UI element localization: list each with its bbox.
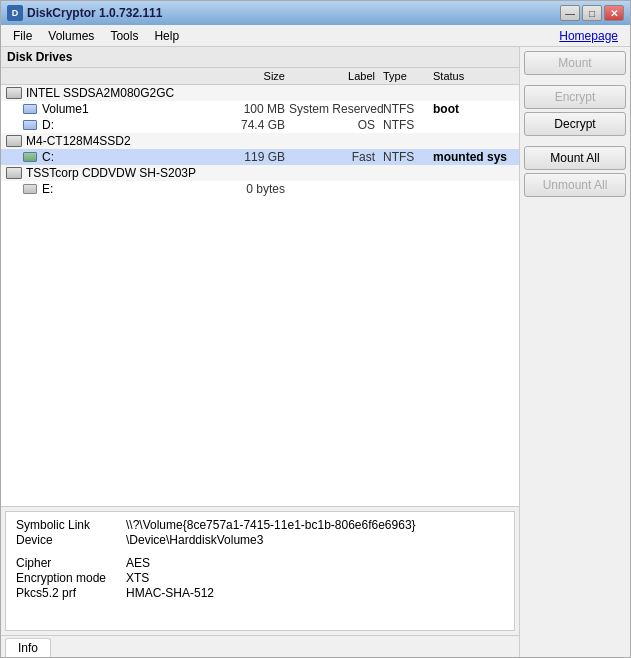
- right-panel: Mount Encrypt Decrypt Mount All Unmount …: [520, 47, 630, 657]
- cipher-label: Cipher: [16, 556, 126, 570]
- partition-label-d: OS: [289, 118, 379, 132]
- app-icon: D: [7, 5, 23, 21]
- column-headers: Size Label Type Status: [1, 68, 519, 85]
- unmount-all-button[interactable]: Unmount All: [524, 173, 626, 197]
- device-label: Device: [16, 533, 126, 547]
- partition-c[interactable]: C: 119 GB Fast NTFS mounted sys: [1, 149, 519, 165]
- window-controls: — □ ✕: [560, 5, 624, 21]
- col-label-header: Label: [289, 70, 379, 82]
- partition-icon-d: [21, 118, 39, 132]
- disk-icon-tsstcorp: [5, 166, 23, 180]
- main-window: D DiskCryptor 1.0.732.111 — □ ✕ File Vol…: [0, 0, 631, 658]
- btn-spacer-1: [524, 78, 626, 82]
- disk-name-tsstcorp: TSSTcorp CDDVDW SH-S203P: [23, 166, 519, 180]
- partition-e[interactable]: E: 0 bytes: [1, 181, 519, 197]
- menu-volumes[interactable]: Volumes: [40, 27, 102, 45]
- col-name-header: [1, 70, 219, 82]
- pkcs-label: Pkcs5.2 prf: [16, 586, 126, 600]
- partition-type-volume1: NTFS: [379, 102, 429, 116]
- partition-size-d: 74.4 GB: [219, 118, 289, 132]
- info-row-symbolic-link: Symbolic Link \\?\Volume{8ce757a1-7415-1…: [16, 518, 504, 532]
- info-row-cipher: Cipher AES: [16, 556, 504, 570]
- encryption-mode-label: Encryption mode: [16, 571, 126, 585]
- partition-size-e: 0 bytes: [219, 182, 289, 196]
- partition-name-d: D:: [39, 118, 219, 132]
- partition-name-c: C:: [39, 150, 219, 164]
- info-row-device: Device \Device\HarddiskVolume3: [16, 533, 504, 547]
- btn-spacer-2: [524, 139, 626, 143]
- window-title: DiskCryptor 1.0.732.111: [27, 6, 556, 20]
- cipher-value: AES: [126, 556, 150, 570]
- tab-bar: Info: [1, 635, 519, 657]
- disk-item-m4[interactable]: M4-CT128M4SSD2: [1, 133, 519, 149]
- title-bar: D DiskCryptor 1.0.732.111 — □ ✕: [1, 1, 630, 25]
- menu-help[interactable]: Help: [146, 27, 187, 45]
- disk-icon-intel: [5, 86, 23, 100]
- disk-item-tsstcorp[interactable]: TSSTcorp CDDVDW SH-S203P: [1, 165, 519, 181]
- disk-icon-m4: [5, 134, 23, 148]
- disk-name-intel: INTEL SSDSA2M080G2GC: [23, 86, 519, 100]
- maximize-button[interactable]: □: [582, 5, 602, 21]
- info-row-pkcs: Pkcs5.2 prf HMAC-SHA-512: [16, 586, 504, 600]
- decrypt-button[interactable]: Decrypt: [524, 112, 626, 136]
- homepage-link[interactable]: Homepage: [551, 27, 626, 45]
- col-status-header: Status: [429, 70, 519, 82]
- partition-icon-volume1: [21, 102, 39, 116]
- col-size-header: Size: [219, 70, 289, 82]
- menu-tools[interactable]: Tools: [102, 27, 146, 45]
- menu-bar: File Volumes Tools Help Homepage: [1, 25, 630, 47]
- partition-icon-e: [21, 182, 39, 196]
- partition-type-c: NTFS: [379, 150, 429, 164]
- partition-size-c: 119 GB: [219, 150, 289, 164]
- mount-all-button[interactable]: Mount All: [524, 146, 626, 170]
- partition-status-c: mounted sys: [429, 150, 519, 164]
- symbolic-link-value: \\?\Volume{8ce757a1-7415-11e1-bc1b-806e6…: [126, 518, 416, 532]
- disk-name-m4: M4-CT128M4SSD2: [23, 134, 519, 148]
- menu-file[interactable]: File: [5, 27, 40, 45]
- main-content: Disk Drives Size Label Type Status INTEL…: [1, 47, 630, 657]
- partition-size-volume1: 100 MB: [219, 102, 289, 116]
- left-panel: Disk Drives Size Label Type Status INTEL…: [1, 47, 520, 657]
- info-spacer: [16, 548, 504, 556]
- partition-volume1[interactable]: Volume1 100 MB System Reserved NTFS boot: [1, 101, 519, 117]
- minimize-button[interactable]: —: [560, 5, 580, 21]
- disk-item-intel[interactable]: INTEL SSDSA2M080G2GC: [1, 85, 519, 101]
- col-type-header: Type: [379, 70, 429, 82]
- info-panel: Symbolic Link \\?\Volume{8ce757a1-7415-1…: [5, 511, 515, 631]
- encrypt-button[interactable]: Encrypt: [524, 85, 626, 109]
- pkcs-value: HMAC-SHA-512: [126, 586, 214, 600]
- symbolic-link-label: Symbolic Link: [16, 518, 126, 532]
- partition-icon-c: [21, 150, 39, 164]
- partition-d[interactable]: D: 74.4 GB OS NTFS: [1, 117, 519, 133]
- partition-status-volume1: boot: [429, 102, 519, 116]
- close-button[interactable]: ✕: [604, 5, 624, 21]
- mount-button[interactable]: Mount: [524, 51, 626, 75]
- partition-name-volume1: Volume1: [39, 102, 219, 116]
- partition-label-volume1: System Reserved: [289, 102, 379, 116]
- partition-type-d: NTFS: [379, 118, 429, 132]
- partition-label-c: Fast: [289, 150, 379, 164]
- info-row-encryption-mode: Encryption mode XTS: [16, 571, 504, 585]
- disk-drives-header: Disk Drives: [1, 47, 519, 68]
- drive-table[interactable]: Size Label Type Status INTEL SSDSA2M080G…: [1, 68, 519, 507]
- partition-name-e: E:: [39, 182, 219, 196]
- device-value: \Device\HarddiskVolume3: [126, 533, 263, 547]
- tab-info[interactable]: Info: [5, 638, 51, 657]
- encryption-mode-value: XTS: [126, 571, 149, 585]
